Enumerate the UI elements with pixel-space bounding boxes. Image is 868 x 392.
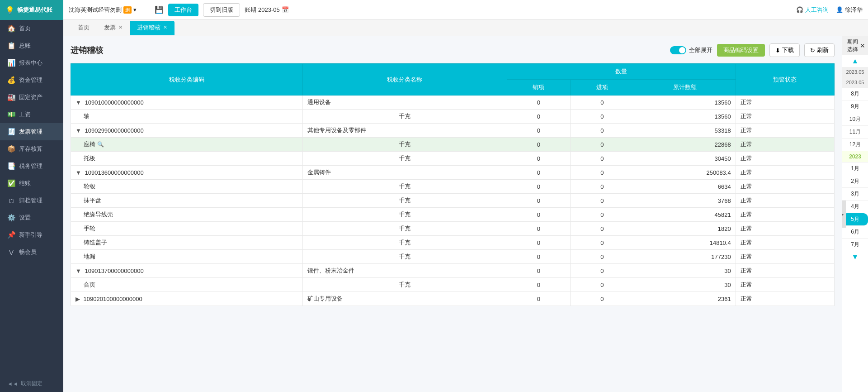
company-selector[interactable]: 沈海英测试经营勿删 删 ▾ <box>69 6 150 14</box>
cell-warning: 正常 <box>736 96 834 110</box>
sidebar-item-archive[interactable]: 🗂 归档管理 <box>0 192 63 209</box>
sidebar-item-label: 结账 <box>19 179 31 187</box>
tax-icon: 📑 <box>7 162 15 170</box>
download-button[interactable]: ⬇ 下载 <box>769 43 800 57</box>
old-version-button[interactable]: 切到旧版 <box>203 3 240 17</box>
sidebar-item-settings[interactable]: ⚙️ 设置 <box>0 209 63 226</box>
user-menu[interactable]: 👤 徐泽华 <box>836 6 863 14</box>
topbar-right: 🎧 人工咨询 👤 徐泽华 <box>796 6 863 14</box>
period-month-item[interactable]: 9月 <box>842 100 868 113</box>
data-table: 税收分类编码 税收分类名称 数量 预警状态 销项 进项 累计数额 ▼ 10901… <box>71 63 835 306</box>
cell-purchase: 0 <box>571 124 634 138</box>
refresh-button[interactable]: ↻ 刷新 <box>804 43 835 57</box>
sidebar-item-salary[interactable]: 💵 工资 <box>0 106 63 123</box>
sidebar-item-label: 报表中心 <box>19 59 42 67</box>
cell-unit: 千克 <box>303 208 507 222</box>
cell-code: ▶ 109020100000000000 <box>71 292 303 306</box>
sidebar-item-settlement[interactable]: ✅ 结账 <box>0 175 63 192</box>
table-row: ▼ 109010000000000000 通用设备 0 0 13560 正常 <box>71 96 835 110</box>
company-dropdown-icon: ▾ <box>133 6 137 13</box>
cell-unit: 千克 <box>303 278 507 292</box>
tab-reconcile-label: 进销稽核 <box>137 24 160 32</box>
period-month-item[interactable]: 4月 <box>842 201 868 213</box>
product-code-button[interactable]: 商品编码设置 <box>717 44 765 57</box>
sidebar-item-funds[interactable]: 💰 资金管理 <box>0 72 63 89</box>
sidebar-item-inventory[interactable]: 📦 库存核算 <box>0 140 63 158</box>
period-month-item[interactable]: 5月 <box>842 213 868 226</box>
period-month-item[interactable]: 3月 <box>842 188 868 201</box>
expand-icon[interactable]: ▼ <box>75 127 81 134</box>
period-header-row2: 2023.05 <box>842 77 868 88</box>
period-nav-down[interactable]: ▼ <box>842 251 868 263</box>
cell-purchase: 0 <box>571 208 634 222</box>
tab-invoice-close[interactable]: ✕ <box>118 24 123 30</box>
calendar-icon[interactable]: 📅 <box>282 6 289 13</box>
cell-code: ▼ 109013600000000000 <box>71 166 303 180</box>
period-month-item[interactable]: 8月 <box>842 88 868 100</box>
period-panel-close[interactable]: ✕ <box>860 42 865 49</box>
workbench-button[interactable]: 工作台 <box>168 4 198 16</box>
sidebar-item-invoice[interactable]: 🧾 发票管理 <box>0 123 63 140</box>
sidebar-item-reports[interactable]: 📊 报表中心 <box>0 54 63 72</box>
sidebar-item-assets[interactable]: 🏭 固定资产 <box>0 89 63 106</box>
cell-code: 铸造盖子 <box>71 236 303 250</box>
sidebar-item-guide[interactable]: 📌 新手引导 <box>0 226 63 244</box>
period-year-2023: 2023 <box>842 151 868 163</box>
sidebar-item-ledger[interactable]: 📋 总账 <box>0 37 63 54</box>
cell-unit: 千克 <box>303 222 507 236</box>
tab-reconcile-close[interactable]: ✕ <box>163 24 167 30</box>
sidebar-item-home[interactable]: 🏠 首页 <box>0 20 63 37</box>
support-button[interactable]: 🎧 人工咨询 <box>796 6 829 14</box>
sidebar-item-label: 工资 <box>19 110 31 119</box>
tab-invoice[interactable]: 发票 ✕ <box>97 21 130 35</box>
refresh-label: 刷新 <box>817 46 829 54</box>
search-icon[interactable]: 🔍 <box>97 141 104 148</box>
download-icon: ⬇ <box>775 47 780 54</box>
table-row: 托板 千克 0 0 30450 正常 <box>71 152 835 166</box>
period-month-item[interactable]: 6月 <box>842 226 868 239</box>
cell-code: ▼ 109013700000000000 <box>71 264 303 278</box>
period-month-item[interactable]: 2月 <box>842 175 868 188</box>
salary-icon: 💵 <box>7 110 15 119</box>
cell-code: 手轮 <box>71 222 303 236</box>
tab-home[interactable]: 首页 <box>71 21 97 35</box>
period-label: 账期 <box>245 6 256 14</box>
cell-total: 14810.4 <box>634 236 736 250</box>
app-name: 畅捷通易代账 <box>17 6 52 14</box>
expand-icon[interactable]: ▶ <box>75 296 80 302</box>
sidebar-item-tax[interactable]: 📑 税务管理 <box>0 158 63 175</box>
period-collapse-btn[interactable]: ▶ <box>842 201 846 228</box>
cell-purchase: 0 <box>571 194 634 208</box>
period-month-item[interactable]: 7月 <box>842 239 868 251</box>
period-month-item[interactable]: 12月 <box>842 139 868 151</box>
sidebar-item-membership[interactable]: V 畅会员 <box>0 244 63 261</box>
cell-unit: 千克 <box>303 236 507 250</box>
page-header: 进销稽核 全部展开 商品编码设置 ⬇ 下载 ↻ 刷新 <box>71 43 835 57</box>
expand-icon[interactable]: ▼ <box>75 169 81 176</box>
cell-total: 53318 <box>634 124 736 138</box>
user-name: 徐泽华 <box>845 6 863 14</box>
expand-icon[interactable]: ▼ <box>75 99 81 106</box>
th-sales: 销项 <box>507 80 571 96</box>
period-month-item[interactable]: 10月 <box>842 113 868 126</box>
save-icon[interactable]: 💾 <box>155 5 164 14</box>
cell-sales: 0 <box>507 208 571 222</box>
sidebar-unpin[interactable]: ◄◄ 取消固定 <box>0 375 63 392</box>
tabs-bar: 首页 发票 ✕ 进销稽核 ✕ <box>63 20 868 36</box>
expand-toggle[interactable] <box>670 46 686 54</box>
period-month-item[interactable]: 1月 <box>842 163 868 175</box>
invoice-icon: 🧾 <box>7 128 15 136</box>
sidebar-item-label: 设置 <box>19 214 31 222</box>
tab-reconcile[interactable]: 进销稽核 ✕ <box>130 21 175 35</box>
period-month-item[interactable]: 11月 <box>842 126 868 139</box>
table-row: ▼ 109013600000000000 金属铸件 0 0 250083.4 正… <box>71 166 835 180</box>
cell-sales: 0 <box>507 264 571 278</box>
table-row: 轴 千克 0 0 13560 正常 <box>71 110 835 124</box>
cell-warning: 正常 <box>736 250 834 264</box>
cell-code: 座椅🔍 <box>71 138 303 152</box>
cell-code: 合页 <box>71 278 303 292</box>
period-nav-up[interactable]: ▲ <box>842 55 868 67</box>
cell-total: 1820 <box>634 222 736 236</box>
expand-icon[interactable]: ▼ <box>75 268 81 274</box>
table-row: 地漏 千克 0 0 177230 正常 <box>71 250 835 264</box>
